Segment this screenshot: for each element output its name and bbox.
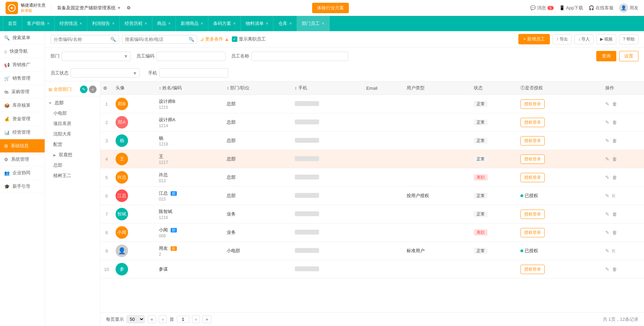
tab-customer[interactable]: 客户联络 × [22,16,55,31]
tab-home[interactable]: 首页 [3,16,22,31]
main-search-input[interactable] [125,37,187,42]
tab-close-icon[interactable]: × [233,21,236,26]
authorize-button[interactable]: 授权登录 [520,136,545,146]
page-size-select[interactable]: 50 100 [127,315,145,323]
user-item[interactable]: 👤 用友 [619,3,638,12]
tab-history[interactable]: 经营历程 × [120,16,152,31]
edit-icon[interactable]: ✎ [605,120,609,125]
dept-edit-button[interactable]: ✎ [80,86,88,93]
edit-icon[interactable]: ✎ [605,230,609,235]
tab-close-icon[interactable]: × [266,21,268,26]
delete-icon[interactable]: 🗑 [612,101,617,107]
edit-icon[interactable]: ✎ [605,248,609,254]
tab-close-icon[interactable]: × [322,21,324,26]
export-button[interactable]: ↑ 导出 [553,34,572,44]
sidebar-item-purchase[interactable]: 🛍 采购管理 [0,85,45,99]
delete-icon[interactable]: 🗑 [612,230,617,235]
main-search-icon[interactable]: 🔍 [189,37,194,42]
sidebar-item-basic[interactable]: ⊞ 基础信息 [0,139,45,153]
dept-item-zhishu[interactable]: 植树王二 [45,170,100,181]
tab-close-icon[interactable]: × [112,21,115,26]
app-download-item[interactable]: 📱 App下载 [559,5,583,11]
dept-select[interactable] [62,52,131,61]
tab-profit[interactable]: 利润报告 × [87,16,120,31]
dept-item-shenyang[interactable]: 沈阳大库 [45,129,100,139]
status-select[interactable] [71,68,140,78]
first-page-button[interactable]: « [147,315,156,323]
sidebar-item-finance[interactable]: 💰 资金管理 [0,112,45,126]
edit-icon[interactable]: ✎ [605,156,609,162]
dept-item-distribution[interactable]: 配货 [45,139,100,150]
import-button[interactable]: ↓ 导入 [574,34,593,44]
tab-department[interactable]: 部门员工 × [297,16,329,31]
tab-bom[interactable]: 物料清单 × [241,16,273,31]
message-item[interactable]: 💬 消息 5 [530,5,554,11]
employee-code-input[interactable] [156,52,226,61]
tab-close-icon[interactable]: × [80,21,82,26]
video-button[interactable]: ▶ 视频 [596,34,616,44]
edit-icon[interactable]: ✎ [605,138,609,143]
page-number-input[interactable] [177,316,189,323]
authorize-button[interactable]: 授权登录 [520,173,545,182]
dept-item-hq[interactable]: 总部 [45,160,100,170]
tab-close-icon[interactable]: × [47,21,49,26]
next-page-button[interactable]: › [192,315,200,323]
authorize-button[interactable]: 授权登录 [520,228,545,237]
experience-button[interactable]: 体验行业方案 [312,3,349,13]
delete-icon[interactable]: 🗑 [612,156,617,162]
last-page-button[interactable]: » [202,315,211,323]
employee-name-input[interactable] [251,52,348,61]
tab-warehouse[interactable]: 仓库 × [273,16,297,31]
col-phone[interactable]: ↕ 手机 [292,81,364,95]
col-dept[interactable]: ↕ 部门/职位 [224,81,292,95]
dept-item-shuanglu[interactable]: ▶ 双鹿想 [45,150,100,160]
delete-icon[interactable]: 🗑 [612,138,617,143]
edit-icon[interactable]: ✎ [605,193,609,199]
delete-icon[interactable]: 🗑 [612,120,617,125]
dept-collapse-button[interactable]: « [89,86,97,93]
edit-icon[interactable]: ✎ [605,266,609,272]
col-name[interactable]: ↕ 姓名/编码 [156,81,224,95]
sidebar-item-system[interactable]: ⚙ 系统管理 [0,153,45,166]
tab-goods[interactable]: 商品 × [152,16,176,31]
setting-button[interactable]: 设置 [619,51,638,61]
sidebar-item-quick-nav[interactable]: ⌂ 快捷导航 [0,45,45,58]
dept-item-small-elec[interactable]: 小电部 [45,108,100,118]
phone-input[interactable] [159,68,228,78]
tab-close-icon[interactable]: × [289,21,292,26]
authorize-button[interactable]: 授权登录 [520,118,545,127]
tab-operation-status[interactable]: 经营情况 × [55,16,87,31]
delete-icon[interactable]: 🗑 [612,211,617,217]
authorize-button[interactable]: 授权登录 [520,155,545,164]
edit-icon[interactable]: ✎ [605,211,609,217]
sidebar-item-marketing[interactable]: 📢 营销推广 [0,58,45,72]
online-service-item[interactable]: 🎧 在线客服 [589,5,614,11]
delete-icon[interactable]: 🗑 [612,266,617,272]
dept-item-headquarters[interactable]: ▼ 总部 [45,98,100,108]
copy-icon[interactable]: ⎘ [612,248,615,254]
copy-icon[interactable]: ⎘ [612,193,615,199]
query-button[interactable]: 查询 [596,51,616,61]
edit-icon[interactable]: ✎ [605,175,609,180]
sidebar-item-inventory[interactable]: 📦 库存核算 [0,99,45,112]
prev-page-button[interactable]: ‹ [159,315,166,323]
tab-close-icon[interactable]: × [201,21,203,26]
add-employee-button[interactable]: + 新增员工 [518,34,550,44]
dept-item-project-warehouse[interactable]: 项目库房 [45,118,100,129]
authorize-button[interactable]: 授权登录 [520,265,545,274]
col-settings[interactable]: ⚙ [100,81,113,95]
authorize-button[interactable]: 授权登录 [520,99,545,109]
delete-icon[interactable]: 🗑 [612,175,617,180]
category-search-input[interactable] [54,37,109,42]
sidebar-item-coop[interactable]: 👥 企业协同 [0,166,45,180]
more-conditions-button[interactable]: ⊿ 更多条件 ▲ [200,36,229,42]
sidebar-item-operation[interactable]: 📊 经营管理 [0,126,45,139]
tab-barcode[interactable]: 条码方案 × [208,16,241,31]
sidebar-item-sales[interactable]: 🛒 销售管理 [0,72,45,85]
tab-close-icon[interactable]: × [145,21,147,26]
show-resigned-toggle[interactable]: ✓ 显示离职员工 [232,36,266,42]
settings-icon[interactable]: ⚙ [127,5,131,10]
tab-add-goods[interactable]: 新增商品 × [176,16,208,31]
tab-close-icon[interactable]: × [168,21,171,26]
category-search-icon[interactable]: 🔍 [110,37,116,42]
